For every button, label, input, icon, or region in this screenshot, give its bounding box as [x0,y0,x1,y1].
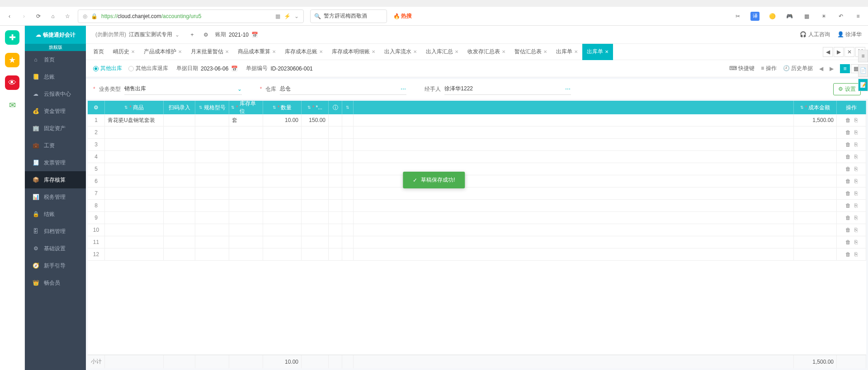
home-icon[interactable]: ⌂ [49,12,57,20]
lock-icon: 🔒 [91,13,98,19]
bolt-icon[interactable]: ⚡ [284,13,291,19]
qr-icon[interactable]: ▦ [275,13,280,19]
translate-icon[interactable]: 译 [750,12,760,21]
search-bar[interactable]: 🔍 警方辟谣梅西敬酒 [310,9,387,23]
coin-icon[interactable]: 🟡 [768,12,777,21]
undo-icon[interactable]: ↶ [836,12,845,21]
browser-tab-strip [0,0,868,7]
back-icon[interactable]: ‹ [5,12,14,20]
apps-icon[interactable]: ▦ [802,12,811,21]
game-icon[interactable]: 🎮 [785,12,794,21]
hot-badge[interactable]: 🔥热搜 [393,12,412,20]
url-text: https://cloud.chanjet.com/accounting/uru… [101,13,202,19]
url-bar[interactable]: ◎ 🔒 https://cloud.chanjet.com/accounting… [78,9,304,23]
browser-toolbar: ‹ › ⟳ ⌂ ☆ ◎ 🔒 https://cloud.chanjet.com/… [0,7,868,26]
star-icon[interactable]: ☆ [63,12,71,20]
forward-icon[interactable]: › [20,12,28,20]
search-icon: 🔍 [314,13,321,19]
scissors-icon[interactable]: ✂ [733,12,742,21]
menu-icon[interactable]: ≡ [854,12,863,21]
sun-icon[interactable]: ☀ [819,12,828,21]
reload-icon[interactable]: ⟳ [34,12,42,20]
search-placeholder: 警方辟谣梅西敬酒 [324,12,367,20]
browser-right-icons: ✂ 译 🟡 🎮 ▦ ☀ ↶ ≡ [733,12,863,21]
chevron-down-icon[interactable]: ⌄ [294,13,299,19]
shield-icon: ◎ [83,13,87,19]
